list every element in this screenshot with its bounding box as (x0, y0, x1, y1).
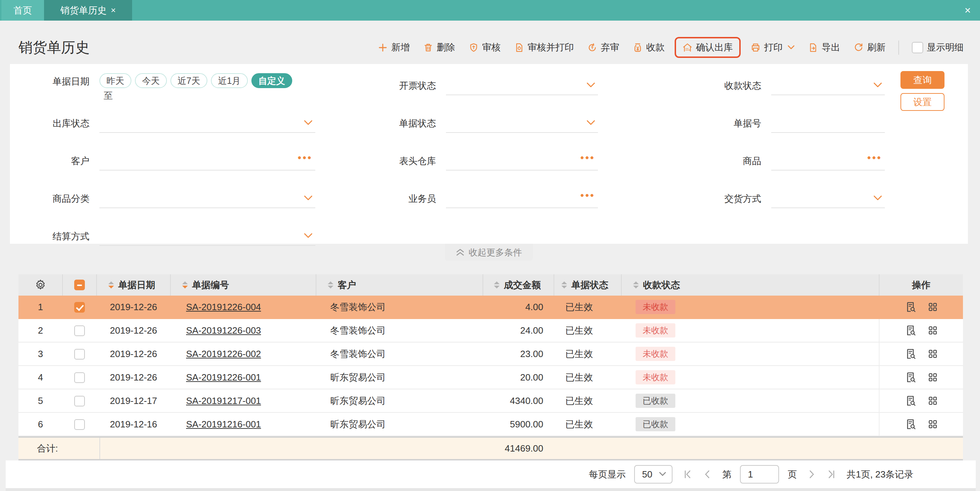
table-row[interactable]: 32019-12-26SA-20191226-002冬雪装饰公司23.00已生效… (19, 342, 963, 365)
view-detail-icon[interactable] (905, 348, 916, 360)
row-amount: 5900.00 (483, 413, 554, 436)
unaudit-button[interactable]: 弃审 (584, 38, 623, 57)
document-number-link[interactable]: SA-20191217-001 (186, 395, 261, 406)
column-header-amount[interactable]: 成交金额 (483, 274, 554, 296)
payment-status-select[interactable] (771, 76, 885, 95)
chevron-down-icon (873, 83, 882, 88)
sort-icon[interactable] (494, 281, 500, 289)
column-header-number[interactable]: 单据编号 (170, 274, 316, 296)
grid-more-icon[interactable] (928, 325, 938, 336)
outbound-status-select[interactable] (99, 114, 315, 133)
column-header-customer[interactable]: 客户 (316, 274, 483, 296)
column-header-payment-status[interactable]: 收款状态 (621, 274, 879, 296)
view-detail-icon[interactable] (905, 395, 916, 407)
goods-category-select[interactable] (99, 189, 315, 208)
row-checkbox[interactable] (74, 372, 85, 383)
filter-field-goods: 商品 ••• (682, 142, 968, 180)
table-row[interactable]: 22019-12-26SA-20191226-003冬雪装饰公司24.00已生效… (19, 319, 963, 342)
view-detail-icon[interactable] (905, 371, 916, 383)
view-detail-icon[interactable] (905, 325, 916, 336)
sort-icon[interactable] (108, 281, 114, 289)
double-chevron-up-icon (456, 248, 465, 256)
sort-icon[interactable] (182, 281, 188, 289)
row-checkbox[interactable] (74, 302, 85, 312)
confirm-outbound-button[interactable]: 确认出库 (675, 37, 741, 58)
date-preset-today[interactable]: 今天 (135, 73, 167, 88)
page-size-select[interactable]: 50 (634, 465, 673, 483)
date-preset-group: 昨天 今天 近7天 近1月 自定义 至 (99, 73, 292, 102)
add-button[interactable]: 新增 (374, 38, 413, 57)
previous-page-icon[interactable] (702, 469, 712, 479)
invoice-status-select[interactable] (446, 76, 598, 95)
document-status-select[interactable] (446, 114, 598, 133)
grid-more-icon[interactable] (928, 395, 938, 406)
delete-button[interactable]: 删除 (420, 38, 459, 57)
table-row[interactable]: 52019-12-17SA-20191217-001昕东贸易公司4340.00已… (19, 389, 963, 413)
settings-button[interactable]: 设置 (900, 93, 945, 111)
document-number-link[interactable]: SA-20191226-001 (186, 372, 261, 383)
filter-panel: 单据日期 昨天 今天 近7天 近1月 自定义 至 开票状态 (10, 64, 968, 244)
document-number-link[interactable]: SA-20191226-003 (186, 325, 261, 336)
sort-icon[interactable] (562, 281, 567, 289)
view-detail-icon[interactable] (905, 301, 916, 312)
row-checkbox[interactable] (74, 396, 85, 407)
column-header-status[interactable]: 单据状态 (554, 274, 621, 296)
row-amount: 24.00 (483, 319, 554, 342)
document-number-link[interactable]: SA-20191226-004 (186, 301, 261, 312)
date-preset-last7days[interactable]: 近7天 (170, 73, 207, 88)
refresh-button[interactable]: 刷新 (850, 38, 889, 57)
grid-more-icon[interactable] (928, 301, 938, 312)
row-customer: 冬雪装饰公司 (316, 296, 483, 319)
first-page-icon[interactable] (682, 469, 692, 479)
sort-icon[interactable] (633, 281, 639, 289)
date-preset-yesterday[interactable]: 昨天 (99, 73, 131, 88)
audit-and-print-button[interactable]: 审核并打印 (511, 38, 578, 57)
grid-more-icon[interactable] (928, 372, 938, 383)
row-checkbox[interactable] (74, 419, 85, 430)
print-button[interactable]: 打印 (747, 38, 798, 57)
tab-sales-history[interactable]: 销货单历史 × (44, 0, 132, 21)
customer-lookup[interactable]: ••• (99, 151, 315, 171)
row-checkbox[interactable] (74, 325, 85, 336)
document-number-link[interactable]: SA-20191226-002 (186, 349, 261, 359)
salesperson-lookup[interactable]: ••• (446, 189, 598, 208)
tab-close-icon[interactable]: × (111, 5, 116, 15)
tab-home[interactable]: 首页 (2, 0, 44, 21)
collapse-more-filters[interactable]: 收起更多条件 (445, 244, 533, 261)
document-number-input[interactable] (771, 114, 885, 133)
date-preset-last1month[interactable]: 近1月 (211, 73, 248, 88)
header-warehouse-lookup[interactable]: ••• (446, 151, 598, 171)
table-row[interactable]: 62019-12-16SA-20191216-001昕东贸易公司5900.00已… (19, 413, 963, 436)
export-button[interactable]: 导出 (805, 38, 844, 57)
settlement-method-select[interactable] (99, 227, 315, 246)
grid-more-icon[interactable] (928, 419, 938, 430)
row-date: 2019-12-26 (97, 365, 170, 389)
table-row[interactable]: 42019-12-26SA-20191226-001昕东贸易公司20.00已生效… (19, 365, 963, 389)
page-number-input[interactable]: 1 (740, 465, 779, 483)
column-header-date[interactable]: 单据日期 (97, 274, 170, 296)
window-close-icon[interactable]: × (964, 0, 971, 21)
row-checkbox[interactable] (74, 349, 85, 360)
toolbar: 新增 删除 审核 审核并打印 弃审 收款 确认出库 打印 (374, 37, 967, 58)
sort-icon[interactable] (328, 281, 333, 289)
goods-lookup[interactable]: ••• (771, 151, 885, 171)
select-all-checkbox[interactable] (74, 280, 85, 290)
last-page-icon[interactable] (827, 469, 837, 479)
delivery-method-select[interactable] (771, 189, 885, 208)
chevron-down-icon (788, 45, 795, 50)
table-row[interactable]: 12019-12-26SA-20191226-004冬雪装饰公司4.00已生效未… (19, 296, 963, 319)
view-detail-icon[interactable] (905, 419, 916, 430)
show-detail-checkbox[interactable] (912, 42, 923, 53)
receive-payment-button[interactable]: 收款 (629, 38, 668, 57)
query-button[interactable]: 查询 (900, 71, 945, 89)
show-detail-toggle[interactable]: 显示明细 (908, 38, 967, 57)
date-preset-custom[interactable]: 自定义 (251, 73, 292, 88)
ellipsis-icon: ••• (867, 154, 882, 161)
bottom-scroll-strip[interactable] (6, 488, 976, 491)
document-number-link[interactable]: SA-20191216-001 (186, 419, 261, 430)
filter-field-header-warehouse: 表头仓库 ••• (356, 142, 682, 180)
column-settings-gear-icon[interactable] (35, 279, 46, 291)
next-page-icon[interactable] (807, 469, 817, 479)
grid-more-icon[interactable] (928, 349, 938, 359)
audit-button[interactable]: 审核 (465, 38, 504, 57)
